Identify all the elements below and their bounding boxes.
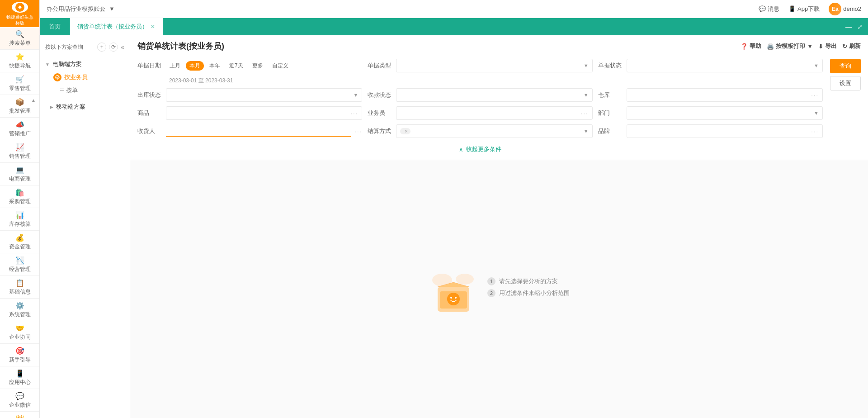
template-print-btn[interactable]: 🖨️ 按模板打印 ▼: [767, 42, 813, 50]
tip-text-2: 用过滤条件来缩小分析范围: [499, 289, 570, 297]
filter-fields: 单据日期 上月 本月 本年 近7天 更多 自定义: [137, 59, 823, 154]
collapse-panel-btn[interactable]: «: [121, 43, 124, 51]
date-range-display: 2023-03-01 至 2023-03-31: [137, 77, 823, 85]
sales-icon: 📈: [15, 143, 24, 152]
receiver-input[interactable]: [166, 126, 351, 137]
svg-point-3: [456, 274, 474, 285]
filter-row-3: 商品 ··· 业务员 ···: [137, 106, 823, 120]
sidebar-item-enterprise-wechat[interactable]: 💬 企业微信: [0, 389, 39, 412]
help-btn[interactable]: ❓ 帮助: [741, 42, 761, 50]
sidebar-item-system[interactable]: ⚙️ 系统管理: [0, 299, 39, 321]
sidebar-item-enterprise[interactable]: 🤝 企业协同: [0, 321, 39, 344]
brand-select[interactable]: ···: [627, 124, 823, 138]
warehouse-filter: 仓库 ···: [598, 88, 823, 102]
receiver-filter: 收货人 ···: [137, 126, 362, 137]
sidebar-item-wholesale[interactable]: 📦 批发管理 ▲: [0, 95, 39, 118]
sidebar-item-quick-nav[interactable]: ⭐ 快捷导航: [0, 50, 39, 72]
enterprise-wechat-label: 企业微信: [9, 401, 31, 409]
action-buttons: 查询 设置: [830, 59, 861, 90]
system-label: 系统管理: [9, 311, 31, 318]
out-status-select[interactable]: ▼: [166, 88, 362, 102]
tab-sales-report[interactable]: 销货单统计表（按业务员） ✕: [70, 18, 163, 35]
message-btn[interactable]: 💬 消息: [759, 5, 779, 13]
salesperson-select[interactable]: ···: [396, 106, 592, 120]
department-select[interactable]: ▼: [627, 106, 823, 120]
main-content: 办公用品行业模拟账套 ▼ 💬 消息 📱 App下载 Ea demo2 首页 销货…: [40, 0, 868, 418]
tip-text-1: 请先选择要分析的方案: [499, 277, 558, 285]
enterprise-wechat-icon: 💬: [15, 392, 24, 400]
query-button[interactable]: 查询: [830, 59, 861, 73]
payment-method-label: 结算方式: [368, 127, 392, 135]
out-status-filter: 出库状态 ▼: [137, 88, 362, 102]
user-menu[interactable]: Ea demo2: [829, 3, 861, 15]
sidebar-item-inventory[interactable]: 📊 库存核算: [0, 208, 39, 231]
payment-method-filter: 结算方式 × ▼: [368, 124, 592, 138]
print-dropdown-icon: ▼: [807, 43, 813, 50]
payment-status-select[interactable]: ▼: [396, 88, 592, 102]
payment-method-select[interactable]: × ▼: [396, 124, 592, 138]
add-solution-btn[interactable]: +: [97, 43, 106, 52]
sidebar-item-ecommerce[interactable]: 💻 电商管理: [0, 163, 39, 185]
sidebar-item-purchase[interactable]: 🛍️ 采购管理: [0, 185, 39, 208]
sidebar-item-finance[interactable]: 💰 资金管理: [0, 231, 39, 253]
payment-tag-remove[interactable]: ×: [405, 128, 407, 134]
by-order-item[interactable]: ☰ 按单: [40, 84, 130, 97]
goods-dots: ···: [350, 110, 358, 117]
warehouse-select[interactable]: ···: [627, 88, 823, 102]
department-chevron: ▼: [814, 110, 819, 116]
refresh-solution-btn[interactable]: ⟳: [109, 43, 118, 52]
sidebar-item-search-menu[interactable]: 🔍 搜索菜单: [0, 27, 39, 50]
sidebar-item-retail[interactable]: 🛒 零售管理: [0, 72, 39, 95]
by-salesperson-item[interactable]: 按业务员: [40, 71, 130, 84]
sales-label: 销售管理: [9, 152, 31, 160]
sidebar-item-operations[interactable]: 📉 经营管理: [0, 253, 39, 276]
settings-button[interactable]: 设置: [830, 76, 861, 90]
maximize-btn[interactable]: ⤢: [857, 23, 863, 30]
last-month-btn[interactable]: 上月: [166, 61, 184, 71]
last-7days-btn[interactable]: 近7天: [226, 61, 247, 71]
basic-info-icon: 📋: [15, 279, 24, 287]
tab-close-btn[interactable]: ✕: [151, 24, 155, 30]
order-status-filter: 单据状态 ▼: [598, 59, 823, 72]
sidebar-item-newbie[interactable]: 🎯 新手引导: [0, 344, 39, 366]
app-download-btn[interactable]: 📱 App下载: [788, 5, 820, 13]
sidebar-item-sales[interactable]: 📈 销售管理: [0, 140, 39, 163]
goods-select[interactable]: ···: [166, 106, 362, 120]
sidebar-item-basic-info[interactable]: 📋 基础信息: [0, 276, 39, 299]
message-label: 消息: [768, 5, 779, 13]
order-status-select[interactable]: ▼: [627, 59, 823, 72]
order-type-select[interactable]: ▼: [396, 59, 592, 72]
filter-section: 单据日期 上月 本月 本年 近7天 更多 自定义: [137, 59, 861, 154]
warehouse-label: 仓库: [598, 91, 623, 99]
basic-info-label: 基础信息: [9, 288, 31, 296]
ecommerce-icon: 💻: [15, 166, 24, 174]
more-btn[interactable]: 更多: [249, 61, 267, 71]
export-btn[interactable]: ⬇ 导出: [818, 42, 837, 50]
pc-solutions-header[interactable]: ▼ 电脑端方案: [40, 58, 130, 71]
ecommerce-label: 电商管理: [9, 175, 31, 183]
tab-home[interactable]: 首页: [40, 18, 70, 35]
message-icon: 💬: [759, 5, 766, 12]
logo-text: 畅捷通好生意 标版: [6, 14, 33, 26]
custom-btn[interactable]: 自定义: [269, 61, 292, 71]
this-month-btn[interactable]: 本月: [186, 61, 204, 71]
refresh-btn[interactable]: ↻ 刷新: [842, 42, 861, 50]
company-selector[interactable]: 办公用品行业模拟账套 ▼: [47, 5, 115, 13]
empty-illustration: [429, 266, 474, 312]
this-year-btn[interactable]: 本年: [206, 61, 224, 71]
sidebar-item-member[interactable]: 👑 畅会员: [0, 412, 39, 418]
mobile-solutions-header[interactable]: ▶ 移动端方案: [40, 100, 130, 113]
minimize-btn[interactable]: —: [845, 23, 852, 30]
collapse-more-btn[interactable]: ∧ 收起更多条件: [137, 142, 823, 154]
filter-row-2: 出库状态 ▼ 收款状态 ▼: [137, 88, 823, 102]
username: demo2: [843, 5, 861, 12]
sidebar-item-marketing[interactable]: 📣 营销推广: [0, 118, 39, 140]
salesperson-label: 业务员: [368, 109, 392, 117]
company-name: 办公用品行业模拟账套: [47, 5, 105, 13]
order-type-filter: 单据类型 ▼: [368, 59, 592, 72]
date-shortcuts-row: 上月 本月 本年 近7天 更多 自定义: [166, 61, 362, 71]
payment-method-tag: ×: [400, 128, 410, 134]
pc-solutions-label: 电脑端方案: [52, 60, 82, 68]
sidebar-item-app-center[interactable]: 📱 应用中心: [0, 366, 39, 389]
page-title-row: 销货单统计表(按业务员) ❓ 帮助 🖨️ 按模板打印 ▼ ⬇: [137, 41, 861, 52]
